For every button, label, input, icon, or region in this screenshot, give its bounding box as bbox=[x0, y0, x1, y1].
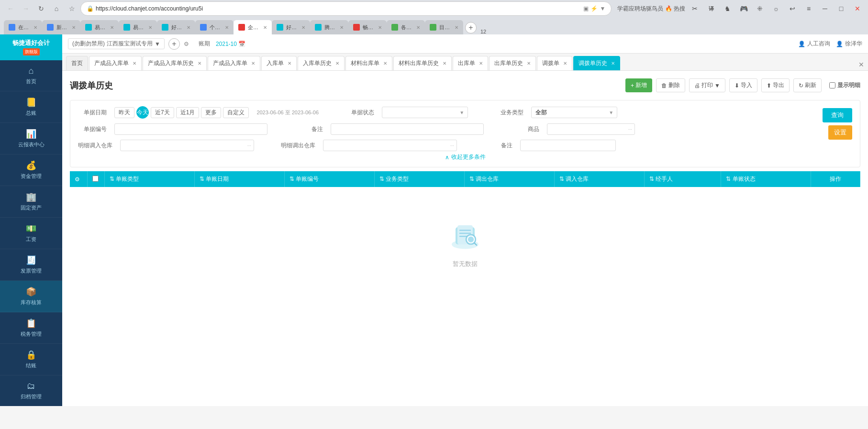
detail-in-input[interactable] bbox=[120, 140, 254, 151]
shield-icon[interactable]: ♞ bbox=[721, 2, 734, 15]
th-biz-type[interactable]: ⇅ 业务类型 bbox=[374, 171, 464, 187]
th-order-status[interactable]: ⇅ 单账状态 bbox=[721, 171, 811, 187]
tab-product-in-2[interactable]: 产成品入库单 ✕ bbox=[208, 56, 260, 70]
brightness-icon[interactable]: ☼ bbox=[769, 2, 783, 15]
refresh-button-page[interactable]: ↻ 刷新 bbox=[793, 78, 822, 92]
date-btn-more[interactable]: 更多 bbox=[201, 107, 221, 118]
th-handler[interactable]: ⇅ 经手人 bbox=[644, 171, 721, 187]
settings-gear-icon[interactable]: ⚙ bbox=[184, 41, 189, 47]
tab-product-in-history[interactable]: 产成品入库单历史 ✕ bbox=[143, 56, 207, 70]
grid-icon[interactable]: ⁜ bbox=[753, 2, 767, 15]
tab-close-5[interactable]: ✕ bbox=[187, 25, 190, 30]
order-no-input[interactable] bbox=[114, 123, 267, 135]
new-tab-button[interactable]: + bbox=[465, 22, 477, 33]
star-button[interactable]: ☆ bbox=[65, 2, 78, 15]
biz-type-select[interactable]: 全部 bbox=[531, 107, 617, 118]
th-order-no[interactable]: ⇅ 单账编号 bbox=[284, 171, 374, 187]
support-button[interactable]: 👤 人工咨询 bbox=[798, 40, 830, 48]
detail-in-dots-btn[interactable]: ··· bbox=[247, 143, 251, 148]
sidebar-item-home[interactable]: ⌂ 首页 bbox=[0, 60, 62, 91]
company-selector[interactable]: (勿删勿禁用) 江西服宝测试专用 ▼ bbox=[68, 38, 165, 49]
query-button[interactable]: 查询 bbox=[823, 108, 852, 122]
remark2-input[interactable] bbox=[520, 140, 616, 151]
tab-in-order-history[interactable]: 入库单历史 ✕ bbox=[298, 56, 345, 70]
tab-close-12[interactable]: ✕ bbox=[455, 25, 458, 30]
tab-close-6[interactable]: ✕ bbox=[225, 25, 229, 30]
browser-tab-6[interactable]: 个… ✕ bbox=[195, 20, 234, 34]
refresh-button[interactable]: ↻ bbox=[34, 2, 48, 15]
sidebar-item-archive[interactable]: 🗂 归档管理 bbox=[0, 375, 62, 406]
display-cols-toggle[interactable]: 显示明细 bbox=[829, 81, 860, 89]
date-btn-yesterday[interactable]: 昨天 bbox=[114, 107, 134, 118]
sidebar-item-tax[interactable]: 📋 税务管理 bbox=[0, 312, 62, 344]
tab-product-in-2-close[interactable]: ✕ bbox=[251, 61, 255, 66]
sidebar-item-reports[interactable]: 📊 云报表中心 bbox=[0, 123, 62, 154]
print-button[interactable]: 🖨 打印 ▼ bbox=[689, 78, 725, 92]
collapse-filter-button[interactable]: ∧ 收起更多条件 bbox=[445, 153, 486, 161]
tab-close-7[interactable]: ✕ bbox=[263, 25, 267, 30]
sidebar-item-invoice[interactable]: 🧾 发票管理 bbox=[0, 249, 62, 281]
goods-input[interactable] bbox=[547, 123, 635, 135]
sidebar-item-close[interactable]: 🔒 结账 bbox=[0, 344, 62, 375]
select-all-checkbox[interactable] bbox=[92, 176, 99, 182]
maximize-btn[interactable]: □ bbox=[835, 2, 848, 15]
sidebar-item-ledger[interactable]: 📒 总账 bbox=[0, 91, 62, 123]
th-out-warehouse[interactable]: ⇅ 调出仓库 bbox=[464, 171, 554, 187]
tab-out-order[interactable]: 出库单 ✕ bbox=[453, 56, 488, 70]
tab-close-3[interactable]: ✕ bbox=[110, 25, 114, 30]
translate-icon[interactable]: 译 bbox=[704, 2, 718, 15]
date-btn-custom[interactable]: 自定义 bbox=[223, 107, 249, 118]
tab-transfer-history-close[interactable]: ✕ bbox=[611, 61, 615, 66]
tab-close-10[interactable]: ✕ bbox=[378, 25, 382, 30]
detail-out-dots-btn[interactable]: ··· bbox=[450, 143, 454, 148]
tab-product-in-close[interactable]: ✕ bbox=[133, 61, 136, 66]
tab-close-1[interactable]: ✕ bbox=[33, 25, 37, 30]
tab-close-2[interactable]: ✕ bbox=[72, 25, 76, 30]
date-btn-1month[interactable]: 近1月 bbox=[176, 107, 200, 118]
browser-tab-3[interactable]: 易… ✕ bbox=[80, 20, 119, 34]
period-value[interactable]: 2021-10 📅 bbox=[216, 41, 245, 47]
sidebar-item-inventory[interactable]: 📦 库存核算 bbox=[0, 281, 62, 312]
browser-tab-7[interactable]: 企… ✕ bbox=[234, 20, 272, 34]
tab-in-order[interactable]: 入库单 ✕ bbox=[261, 56, 297, 70]
back-button[interactable]: ← bbox=[4, 2, 17, 15]
undo-icon[interactable]: ↩ bbox=[786, 2, 799, 15]
add-company-button[interactable]: + bbox=[168, 38, 180, 50]
browser-tab-10[interactable]: 畅… ✕ bbox=[348, 20, 387, 34]
filter-settings-button[interactable]: 设置 bbox=[828, 125, 852, 140]
tab-out-order-history-close[interactable]: ✕ bbox=[527, 61, 531, 66]
browser-tab-12[interactable]: 目… ✕ bbox=[425, 20, 463, 34]
th-order-date[interactable]: ⇅ 单账日期 bbox=[194, 171, 284, 187]
new-button[interactable]: + 新增 bbox=[625, 78, 652, 92]
tab-close-11[interactable]: ✕ bbox=[416, 25, 420, 30]
tab-transfer[interactable]: 调拨单 ✕ bbox=[537, 56, 572, 70]
delete-button[interactable]: 🗑 删除 bbox=[656, 78, 685, 92]
menu-icon[interactable]: ≡ bbox=[802, 2, 815, 15]
forward-button[interactable]: → bbox=[19, 2, 33, 15]
minimize-btn[interactable]: ─ bbox=[818, 2, 832, 15]
status-select[interactable]: 全部 待审核 已审核 已作废 bbox=[382, 107, 468, 118]
display-cols-checkbox[interactable] bbox=[829, 82, 835, 88]
game-icon[interactable]: 🎮 bbox=[737, 2, 750, 15]
tab-close-8[interactable]: ✕ bbox=[301, 25, 305, 30]
import-button[interactable]: ⬇ 导入 bbox=[729, 78, 757, 92]
tab-transfer-history[interactable]: 调拨单历史 ✕ bbox=[573, 56, 620, 70]
sidebar-item-assets[interactable]: 🏢 固定资产 bbox=[0, 186, 62, 218]
tab-product-in-history-close[interactable]: ✕ bbox=[198, 61, 201, 66]
th-settings[interactable]: ⚙ bbox=[70, 171, 87, 187]
date-btn-7days[interactable]: 近7天 bbox=[151, 107, 174, 118]
address-bar[interactable]: 🔒 https://cloud.chanjet.com/accounting/u… bbox=[80, 1, 612, 16]
tab-material-out-history[interactable]: 材料出库单历史 ✕ bbox=[393, 56, 452, 70]
sidebar-item-salary[interactable]: 💵 工资 bbox=[0, 218, 62, 249]
tab-in-order-close[interactable]: ✕ bbox=[288, 61, 291, 66]
detail-out-input[interactable] bbox=[323, 140, 457, 151]
tab-bar-close-btn[interactable]: ✕ bbox=[858, 61, 864, 68]
browser-tab-4[interactable]: 易… ✕ bbox=[119, 20, 157, 34]
tab-in-order-history-close[interactable]: ✕ bbox=[335, 61, 339, 66]
th-in-warehouse[interactable]: ⇅ 调入仓库 bbox=[554, 171, 644, 187]
scissors-icon[interactable]: ✂ bbox=[688, 2, 701, 15]
goods-dots-btn[interactable]: ··· bbox=[628, 127, 632, 132]
home-button[interactable]: ⌂ bbox=[50, 2, 63, 15]
tab-out-order-history[interactable]: 出库单历史 ✕ bbox=[489, 56, 536, 70]
user-button[interactable]: 👤 徐泽华 bbox=[836, 40, 862, 48]
